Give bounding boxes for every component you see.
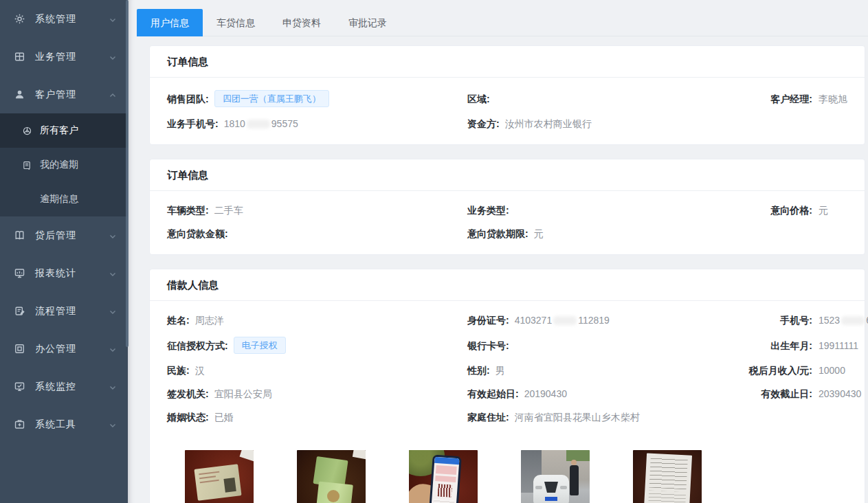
chevron-down-icon bbox=[109, 15, 117, 23]
sidebar-item-report-stats[interactable]: 报表统计 bbox=[0, 254, 128, 292]
sidebar-item-label: 客户管理 bbox=[35, 89, 109, 101]
loan-intent-card: 订单信息 车辆类型: 二手车 业务类型: 意向价格: 元 bbox=[149, 159, 865, 255]
field-value: 男 bbox=[496, 364, 505, 377]
redaction-blur bbox=[247, 120, 270, 128]
monitor-check-icon bbox=[14, 381, 25, 392]
field-label: 征信授权方式: bbox=[167, 339, 228, 353]
field-id-number: 身份证号: 4103271112819 bbox=[467, 313, 735, 327]
field-label: 有效起始日: bbox=[467, 387, 519, 401]
field-value: 4103271112819 bbox=[515, 313, 610, 327]
field-business-phone: 业务手机号: 181095575 bbox=[167, 117, 467, 131]
sidebar-item-label: 所有客户 bbox=[40, 124, 78, 137]
sidebar-item-business-mgmt[interactable]: 业务管理 bbox=[0, 38, 128, 76]
field-label: 区域: bbox=[467, 92, 490, 106]
field-label: 家庭住址: bbox=[467, 410, 509, 424]
sidebar-item-office-mgmt[interactable]: 办公管理 bbox=[0, 330, 128, 368]
field-label: 意向贷款金额: bbox=[167, 227, 228, 241]
paper-document-photo-thumbnail[interactable] bbox=[633, 450, 702, 503]
green-booklet-photo-thumbnail[interactable] bbox=[297, 450, 366, 503]
wheel-icon bbox=[22, 126, 32, 136]
chevron-down-icon bbox=[109, 307, 117, 315]
field-value: 宜阳县公安局 bbox=[214, 387, 272, 401]
field-account-manager: 客户经理: 李晓旭 bbox=[735, 90, 852, 107]
field-label: 有效截止日: bbox=[735, 387, 812, 401]
chevron-up-icon bbox=[109, 91, 117, 99]
field-value: 20190430 bbox=[524, 387, 567, 401]
field-marital-status: 婚姻状态: 已婚 bbox=[167, 410, 467, 424]
sidebar-item-label: 系统监控 bbox=[35, 381, 109, 393]
field-value: 20390430 bbox=[819, 387, 861, 401]
credit-auth-tag[interactable]: 电子授权 bbox=[234, 337, 286, 354]
sidebar-item-overdue-info[interactable]: 逾期信息 bbox=[0, 182, 128, 216]
photo-phone-qr[interactable]: 授权截图 bbox=[409, 450, 478, 503]
sidebar-item-all-customers[interactable]: 所有客户 bbox=[0, 113, 128, 148]
tab-bar: 用户信息 车贷信息 申贷资料 审批记录 bbox=[137, 9, 868, 36]
field-value: 元 bbox=[819, 203, 828, 217]
id-card-photo-thumbnail[interactable] bbox=[185, 450, 254, 503]
tab-user-info[interactable]: 用户信息 bbox=[137, 9, 203, 36]
sales-team-tag[interactable]: 四团一营（直属王鹏飞） bbox=[214, 90, 329, 107]
sidebar-item-my-overdue[interactable]: 我的逾期 bbox=[0, 148, 128, 182]
chevron-down-icon bbox=[109, 269, 117, 278]
field-label: 银行卡号: bbox=[467, 339, 509, 353]
field-intended-price: 意向价格: 元 bbox=[735, 203, 852, 217]
sidebar-item-label: 贷后管理 bbox=[35, 230, 109, 242]
field-label: 身份证号: bbox=[467, 313, 509, 327]
toolbox-icon bbox=[14, 418, 25, 430]
target-icon bbox=[14, 343, 25, 355]
field-monthly-income: 税后月收入/元: 10000 bbox=[735, 364, 852, 377]
sidebar-item-system-monitor[interactable]: 系统监控 bbox=[0, 368, 128, 405]
sidebar-item-process-mgmt[interactable]: 流程管理 bbox=[0, 292, 128, 330]
order-info-card: 订单信息 销售团队: 四团一营（直属王鹏飞） 区域: 客户经理: 李晓旭 bbox=[149, 45, 865, 145]
field-value: 15236137 bbox=[819, 313, 868, 327]
field-valid-from: 有效起始日: 20190430 bbox=[467, 387, 735, 401]
field-label: 性别: bbox=[467, 364, 490, 377]
sidebar-item-label: 报表统计 bbox=[35, 267, 109, 280]
sidebar-item-customer-mgmt[interactable]: 客户管理 bbox=[0, 76, 128, 113]
field-birth-date: 出生年月: 19911111 bbox=[735, 337, 858, 354]
field-empty bbox=[735, 117, 852, 131]
sidebar: 系统管理 业务管理 客户管理 bbox=[0, 0, 128, 503]
tab-car-loan-info[interactable]: 车贷信息 bbox=[203, 9, 269, 36]
sidebar-item-system-mgmt[interactable]: 系统管理 bbox=[0, 0, 128, 38]
photo-person-with-car[interactable]: 人车照 bbox=[521, 450, 590, 503]
photo-paper-document[interactable]: 其他材料 bbox=[633, 450, 702, 503]
user-icon bbox=[14, 89, 25, 100]
sidebar-item-label: 我的逾期 bbox=[40, 159, 78, 171]
field-label: 姓名: bbox=[167, 313, 190, 327]
field-label: 业务类型: bbox=[467, 203, 509, 217]
field-label: 出生年月: bbox=[735, 339, 812, 353]
field-region: 区域: bbox=[467, 90, 735, 107]
monitor-icon bbox=[14, 267, 25, 279]
sidebar-item-label: 系统工具 bbox=[35, 418, 109, 431]
field-label: 手机号: bbox=[735, 313, 812, 327]
field-value: 周志洋 bbox=[195, 313, 224, 327]
sidebar-item-postloan-mgmt[interactable]: 贷后管理 bbox=[0, 216, 128, 254]
sidebar-item-label: 流程管理 bbox=[35, 305, 109, 317]
tab-loan-application-docs[interactable]: 申贷资料 bbox=[269, 9, 335, 36]
field-value: 汝州市农村商业银行 bbox=[505, 117, 592, 131]
field-label: 客户经理: bbox=[735, 92, 812, 106]
field-value: 19911111 bbox=[819, 339, 858, 353]
person-car-photo-thumbnail[interactable] bbox=[521, 450, 590, 503]
field-name: 姓名: 周志洋 bbox=[167, 313, 467, 327]
grid-icon bbox=[14, 51, 25, 63]
field-value: 181095575 bbox=[224, 117, 298, 131]
field-label: 民族: bbox=[167, 364, 190, 377]
photo-id-card[interactable]: 身份证 bbox=[185, 450, 254, 503]
field-credit-auth-method: 征信授权方式: 电子授权 bbox=[167, 337, 467, 354]
field-label: 资金方: bbox=[467, 117, 500, 131]
chevron-down-icon bbox=[109, 345, 117, 353]
field-mobile-phone: 手机号: 15236137 bbox=[735, 313, 868, 327]
photo-thumbnails-row: 身份证 驾驶证照片 授权截图 bbox=[167, 434, 852, 503]
photo-green-booklet[interactable]: 驾驶证照片 bbox=[297, 450, 366, 503]
field-intended-loan-amount: 意向贷款金额: bbox=[167, 227, 467, 241]
phone-qr-photo-thumbnail[interactable] bbox=[409, 450, 478, 503]
field-business-type: 业务类型: bbox=[467, 203, 735, 217]
field-sales-team: 销售团队: 四团一营（直属王鹏飞） bbox=[167, 90, 467, 107]
sidebar-item-system-tools[interactable]: 系统工具 bbox=[0, 405, 128, 443]
field-value: 已婚 bbox=[214, 410, 234, 424]
clipboard-icon bbox=[14, 305, 25, 317]
field-home-address: 家庭住址: 河南省宜阳县花果山乡木柴村 bbox=[467, 410, 735, 424]
tab-approval-records[interactable]: 审批记录 bbox=[335, 9, 401, 36]
